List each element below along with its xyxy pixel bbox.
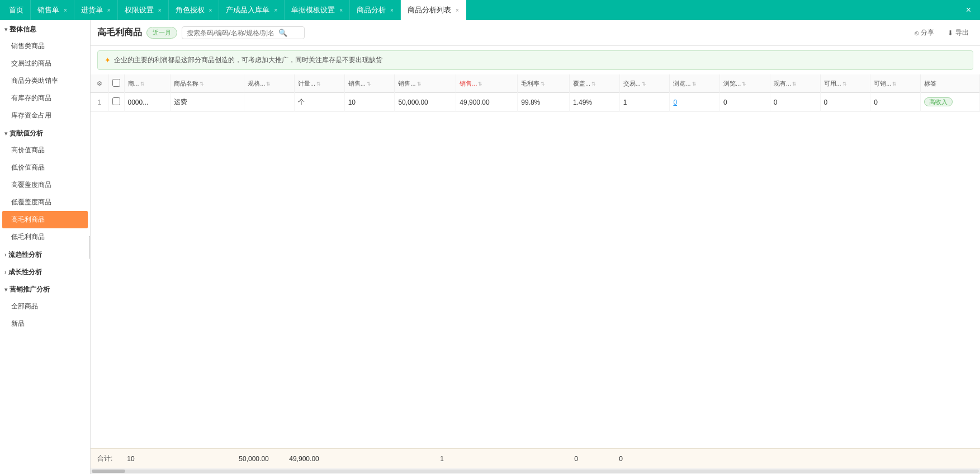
sidebar-item-low-coverage[interactable]: 低覆盖度商品: [0, 194, 90, 211]
sort-gross-margin-icon: ⇅: [541, 81, 545, 87]
sidebar-collapse-button[interactable]: «: [89, 236, 91, 259]
col-name[interactable]: 商品名称⇅: [170, 74, 244, 93]
col-unit[interactable]: 计量...⇅: [294, 74, 344, 93]
sidebar-group-marketing[interactable]: ▾ 营销推广分析: [0, 280, 90, 298]
col-view1[interactable]: 浏览...⇅: [670, 74, 720, 93]
sidebar-item-all-goods[interactable]: 全部商品: [0, 298, 90, 315]
sidebar: « ▾ 整体信息 销售类商品 交易过的商品 商品分类助销率 有库存的商品 库存资…: [0, 20, 91, 474]
window-close-button[interactable]: ×: [959, 5, 978, 15]
content-header: 高毛利商品 近一月 🔍 ⎋ 分享 ⬇ 导出: [91, 20, 980, 46]
info-icon: ✦: [105, 56, 111, 64]
nav-product-analysis[interactable]: 商品分析 ×: [350, 0, 401, 20]
sort-tx-count-icon: ⇅: [642, 81, 646, 87]
select-all-checkbox[interactable]: [112, 79, 120, 87]
nav-role-auth[interactable]: 角色授权 ×: [169, 0, 220, 20]
group-trend-arrow: ›: [4, 252, 6, 258]
col-coverage[interactable]: 覆盖...⇅: [569, 74, 619, 93]
nav-home[interactable]: 首页: [2, 0, 31, 20]
table-container: ⚙ 商...⇅ 商品名称⇅ 规格...⇅ 计量...⇅ 销售...⇅ 销售...…: [91, 74, 980, 448]
sort-current-icon: ⇅: [792, 81, 797, 87]
sidebar-group-growth[interactable]: › 成长性分析: [0, 263, 90, 280]
sidebar-item-category-rate[interactable]: 商品分类助销率: [0, 72, 90, 90]
col-sale-qty[interactable]: 销售...⇅: [344, 74, 395, 93]
col-settings[interactable]: ⚙: [91, 74, 108, 93]
nav-purchase-order-close[interactable]: ×: [107, 7, 111, 13]
search-box: 🔍: [182, 26, 305, 39]
col-gross-margin[interactable]: 毛利率⇅: [518, 74, 570, 93]
share-button[interactable]: ⎋ 分享: [910, 26, 939, 40]
col-code[interactable]: 商...⇅: [124, 74, 170, 93]
sort-view2-icon: ⇅: [742, 81, 746, 87]
col-available[interactable]: 可用...⇅: [820, 74, 870, 93]
footer-label: 合计:: [97, 454, 112, 463]
col-spec[interactable]: 规格...⇅: [244, 74, 295, 93]
col-sellable[interactable]: 可销...⇅: [870, 74, 921, 93]
cell-gross-margin: 99.8%: [518, 93, 570, 112]
nav-product-analysis-list-close[interactable]: ×: [456, 7, 459, 13]
sidebar-item-high-margin[interactable]: 高毛利商品: [2, 211, 88, 228]
group-overall-arrow: ▾: [4, 26, 7, 32]
col-sale-profit[interactable]: 销售...⇅: [456, 74, 518, 93]
sidebar-group-trend[interactable]: › 流趋性分析: [0, 246, 90, 263]
sort-view1-icon: ⇅: [692, 81, 697, 87]
cell-tx-count: 1: [619, 93, 670, 112]
page-title: 高毛利商品: [97, 27, 142, 39]
sort-available-icon: ⇅: [842, 81, 847, 87]
col-tx-count[interactable]: 交易...⇅: [619, 74, 670, 93]
sidebar-item-traded-goods[interactable]: 交易过的商品: [0, 55, 90, 72]
row-checkbox[interactable]: [112, 97, 120, 105]
sidebar-item-low-value[interactable]: 低价值商品: [0, 159, 90, 176]
cell-current: 0: [770, 93, 820, 112]
scrollbar-thumb[interactable]: [92, 470, 125, 473]
info-banner: ✦ 企业的主要的利润都是这部分商品创造的，可考虑加大推广，同时关注库存是不要出现…: [97, 50, 973, 70]
nav-product-analysis-close[interactable]: ×: [390, 7, 394, 13]
horizontal-scrollbar[interactable]: [91, 468, 980, 474]
footer-sale-amt: 50,000.00: [235, 455, 286, 463]
footer-empty3: [481, 455, 526, 463]
nav-role-auth-close[interactable]: ×: [209, 7, 212, 13]
sidebar-item-sales-goods[interactable]: 销售类商品: [0, 37, 90, 55]
nav-product-inbound[interactable]: 产成品入库单 ×: [219, 0, 285, 20]
cell-spec: [244, 93, 295, 112]
sidebar-group-contribution[interactable]: ▾ 贡献值分析: [0, 124, 90, 142]
cell-view1[interactable]: 0: [670, 93, 720, 112]
nav-permission-settings[interactable]: 权限设置 ×: [118, 0, 169, 20]
nav-sales-order[interactable]: 销售单 ×: [31, 0, 74, 20]
nav-permission-settings-close[interactable]: ×: [158, 7, 162, 13]
tag-badge: 高收入: [924, 97, 953, 106]
share-icon: ⎋: [915, 29, 919, 37]
sort-sale-amt-icon: ⇅: [417, 81, 422, 87]
main-layout: « ▾ 整体信息 销售类商品 交易过的商品 商品分类助销率 有库存的商品 库存资…: [0, 20, 980, 474]
cell-tag: 高收入: [920, 93, 979, 112]
sidebar-item-new-goods[interactable]: 新品: [0, 315, 90, 332]
cell-unit: 个: [294, 93, 344, 112]
footer-empty4: [526, 455, 571, 463]
nav-sales-order-close[interactable]: ×: [64, 7, 67, 13]
nav-template-settings[interactable]: 单据模板设置 ×: [285, 0, 350, 20]
col-view2[interactable]: 浏览...⇅: [720, 74, 770, 93]
sidebar-group-overall[interactable]: ▾ 整体信息: [0, 20, 90, 37]
sidebar-item-high-value[interactable]: 高价值商品: [0, 142, 90, 159]
nav-product-inbound-close[interactable]: ×: [274, 7, 277, 13]
sidebar-item-in-stock[interactable]: 有库存的商品: [0, 90, 90, 107]
col-current[interactable]: 现有...⇅: [770, 74, 820, 93]
sort-sale-profit-icon: ⇅: [478, 81, 482, 87]
sort-unit-icon: ⇅: [316, 81, 321, 87]
nav-product-analysis-list[interactable]: 商品分析列表 ×: [401, 0, 466, 20]
group-marketing-arrow: ▾: [4, 287, 7, 293]
search-icon[interactable]: 🔍: [278, 29, 287, 37]
footer-values: 10 50,000.00 49,900.00 1 0 0: [124, 455, 973, 463]
cell-name: 运费: [170, 93, 244, 112]
export-icon: ⬇: [948, 29, 953, 37]
nav-purchase-order[interactable]: 进货单 ×: [74, 0, 118, 20]
export-button[interactable]: ⬇ 导出: [943, 26, 973, 40]
sidebar-item-high-coverage[interactable]: 高覆盖度商品: [0, 176, 90, 194]
sidebar-item-stock-capital[interactable]: 库存资金占用: [0, 107, 90, 124]
col-tag: 标签: [920, 74, 979, 93]
period-button[interactable]: 近一月: [146, 27, 177, 39]
search-input[interactable]: [187, 29, 276, 37]
nav-template-settings-close[interactable]: ×: [339, 7, 343, 13]
sidebar-item-low-margin[interactable]: 低毛利商品: [0, 228, 90, 246]
col-checkbox: [108, 74, 124, 93]
col-sale-amt[interactable]: 销售...⇅: [395, 74, 456, 93]
